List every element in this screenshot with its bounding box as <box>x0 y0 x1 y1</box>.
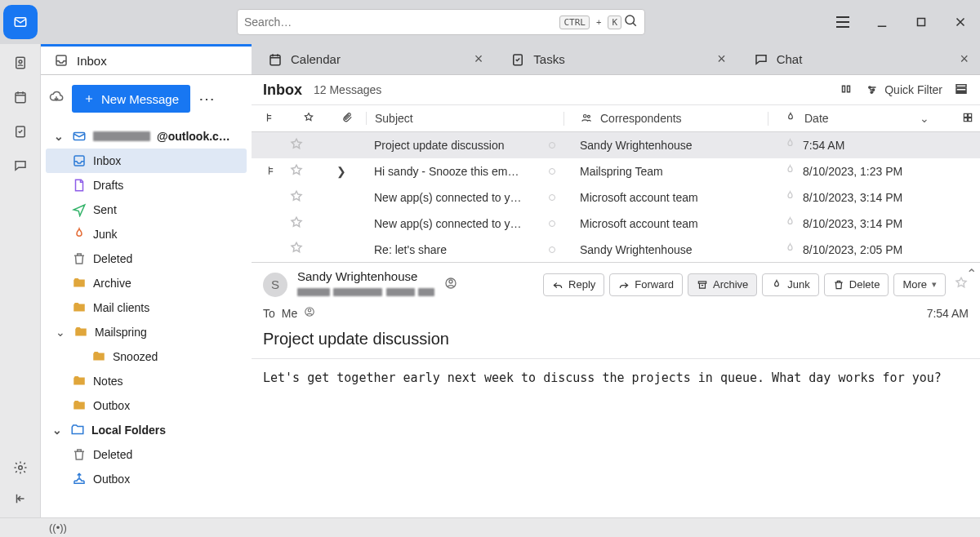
star-column-icon[interactable] <box>303 112 314 126</box>
star-icon[interactable] <box>289 137 304 154</box>
svg-rect-18 <box>956 91 966 93</box>
folder-icon <box>72 300 87 315</box>
sent-icon <box>72 202 87 217</box>
to-label: To <box>263 307 275 320</box>
contact-icon[interactable] <box>304 306 315 320</box>
star-icon[interactable] <box>289 241 304 258</box>
display-options-icon[interactable] <box>954 82 969 99</box>
folder-sent-label: Sent <box>93 203 117 216</box>
folder-drafts[interactable]: Drafts <box>46 173 247 197</box>
local-folders-row[interactable]: ⌄ Local Folders <box>46 418 247 442</box>
folder-icon <box>91 349 106 364</box>
delete-button[interactable]: Delete <box>824 273 889 296</box>
attachment-column-icon[interactable] <box>341 112 353 126</box>
folder-notes[interactable]: Notes <box>46 369 247 393</box>
folder-archive[interactable]: Archive <box>46 271 247 295</box>
kbd-k: K <box>608 16 621 29</box>
svg-point-4 <box>19 60 22 64</box>
window-controls <box>823 0 980 44</box>
account-name-redacted <box>93 131 150 141</box>
column-date[interactable]: Date ⌄ <box>768 112 980 126</box>
folder-pane: Inbox New Message ⋯ ⌄ @outlook.c… Inbox <box>41 44 252 517</box>
star-icon[interactable] <box>289 189 304 206</box>
more-recipients-icon[interactable] <box>444 277 457 293</box>
forward-button[interactable]: Forward <box>609 273 683 296</box>
space-tasks-icon[interactable] <box>13 124 28 142</box>
svg-rect-5 <box>16 93 25 103</box>
tab-inbox[interactable]: Inbox <box>41 44 252 74</box>
space-address-book-icon[interactable] <box>13 55 28 73</box>
tab-calendar[interactable]: Calendar × <box>252 44 494 74</box>
collapse-sidebar-icon[interactable] <box>13 491 28 509</box>
local-deleted[interactable]: Deleted <box>46 442 247 467</box>
kbd-ctrl: CTRL <box>559 16 590 29</box>
folder-outbox-label: Outbox <box>93 399 130 412</box>
flame-icon <box>784 138 796 153</box>
folder-mailspring-label: Mailspring <box>95 326 147 339</box>
thread-icon <box>266 165 278 179</box>
space-chat-icon[interactable] <box>13 158 28 176</box>
message-row[interactable]: ❯Hi sandy - Snooze this em…Mailspring Te… <box>252 158 980 184</box>
folder-sent[interactable]: Sent <box>46 197 247 222</box>
tab-tasks[interactable]: Tasks × <box>494 44 737 74</box>
app-menu-button[interactable] <box>823 0 862 44</box>
reply-button[interactable]: Reply <box>543 273 604 296</box>
folder-junk[interactable]: Junk <box>46 222 247 246</box>
scroll-up-icon[interactable]: ⌃ <box>966 266 977 282</box>
folder-pane-more-icon[interactable]: ⋯ <box>198 89 216 109</box>
folder-inbox[interactable]: Inbox <box>46 149 247 173</box>
folder-deleted[interactable]: Deleted <box>46 246 247 271</box>
row-correspondent: Microsoft account team <box>580 191 698 204</box>
svg-rect-23 <box>964 118 967 121</box>
row-correspondent: Microsoft account team <box>580 217 698 230</box>
minimize-button[interactable] <box>862 0 902 44</box>
local-outbox[interactable]: Outbox <box>46 467 247 491</box>
more-actions-button[interactable]: More▾ <box>893 273 946 296</box>
tab-chat[interactable]: Chat × <box>737 44 980 74</box>
folder-icon <box>74 325 88 340</box>
account-row[interactable]: ⌄ @outlook.c… <box>46 124 247 149</box>
from-name: Sandy Wrightenhouse <box>297 269 434 283</box>
global-search[interactable]: CTRL + K <box>237 9 645 35</box>
column-picker-icon[interactable] <box>962 112 973 126</box>
search-input[interactable] <box>244 16 558 29</box>
get-messages-icon[interactable] <box>49 90 64 108</box>
junk-button[interactable]: Junk <box>762 273 818 296</box>
folder-mailspring[interactable]: ⌄ Mailspring <box>46 320 247 344</box>
svg-rect-24 <box>969 118 972 121</box>
close-icon[interactable]: × <box>717 51 726 68</box>
flame-icon <box>785 112 796 126</box>
folder-notes-label: Notes <box>93 375 123 388</box>
column-subject[interactable]: Subject <box>366 112 564 125</box>
folder-mailclients-label: Mail clients <box>93 301 149 314</box>
message-row[interactable]: Re: let's shareSandy Wrightenhouse8/10/2… <box>252 237 980 263</box>
message-row[interactable]: New app(s) connected to y…Microsoft acco… <box>252 211 980 237</box>
message-row[interactable]: New app(s) connected to y…Microsoft acco… <box>252 184 980 211</box>
archive-button[interactable]: Archive <box>688 273 757 296</box>
chevron-down-icon: ⌄ <box>920 112 929 125</box>
new-message-button[interactable]: New Message <box>72 85 190 113</box>
maximize-button[interactable] <box>902 0 941 44</box>
close-icon[interactable]: × <box>474 51 483 68</box>
folder-outbox[interactable]: Outbox <box>46 393 247 418</box>
search-icon[interactable] <box>623 13 638 31</box>
row-correspondent: Sandy Wrightenhouse <box>580 243 693 256</box>
message-time: 7:54 AM <box>927 307 969 320</box>
list-title: Inbox <box>263 82 302 99</box>
message-row[interactable]: Project update discussionSandy Wrightenh… <box>252 132 980 158</box>
star-icon[interactable] <box>289 163 304 180</box>
settings-icon[interactable] <box>13 460 28 478</box>
column-correspondents[interactable]: Correspondents <box>564 112 768 126</box>
chevron-right-icon[interactable]: ❯ <box>336 165 346 178</box>
unread-toggle-icon[interactable] <box>839 82 853 99</box>
star-icon[interactable] <box>289 215 304 233</box>
row-subject: Project update discussion <box>374 139 505 152</box>
app-icon[interactable] <box>3 5 38 39</box>
close-button[interactable] <box>941 0 980 44</box>
thread-column-icon[interactable] <box>265 112 276 126</box>
folder-mailclients[interactable]: Mail clients <box>46 295 247 320</box>
close-icon[interactable]: × <box>960 51 969 68</box>
space-calendar-icon[interactable] <box>13 90 28 108</box>
quick-filter-button[interactable]: Quick Filter <box>865 82 942 97</box>
folder-snoozed[interactable]: Snoozed <box>46 344 247 369</box>
